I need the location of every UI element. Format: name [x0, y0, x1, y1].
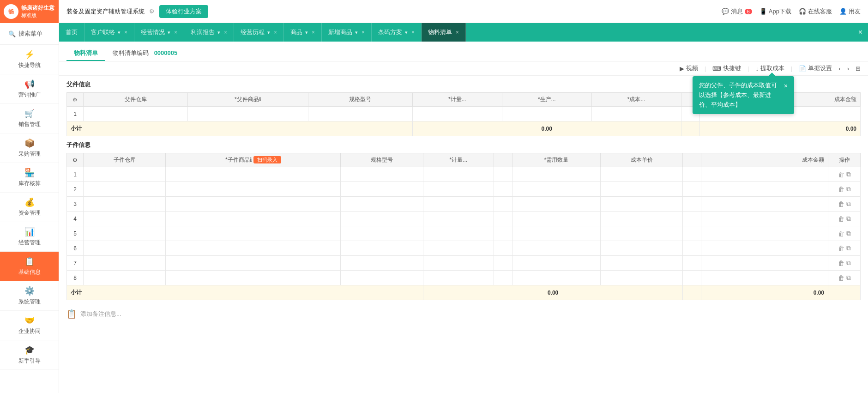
parent-spec-cell[interactable] — [308, 107, 412, 121]
parent-warehouse-cell[interactable] — [84, 107, 188, 121]
video-button[interactable]: ▶ 视频 — [680, 64, 698, 73]
sidebar-item-finance[interactable]: 💰 资金管理 — [0, 193, 59, 222]
nav-tab-business[interactable]: 经营情况 ▾ × — [134, 23, 184, 42]
sidebar-item-basicinfo[interactable]: 📋 基础信息 — [0, 252, 59, 281]
nav-tab-barcode[interactable]: 条码方案 ▾ × — [372, 23, 422, 42]
child-warehouse-cell[interactable] — [84, 226, 166, 241]
child-unit-cell[interactable] — [423, 197, 494, 212]
copy-icon[interactable]: ⧉ — [846, 170, 851, 178]
nav-tab-history[interactable]: 经营历程 ▾ × — [234, 23, 284, 42]
parent-product-cell[interactable] — [188, 107, 308, 121]
user-menu-button[interactable]: 👤 用友 — [839, 7, 861, 16]
child-price-cell[interactable] — [600, 167, 682, 182]
nav-tab-home[interactable]: 首页 — [59, 23, 84, 42]
child-unit-cell[interactable] — [423, 167, 494, 182]
child-product-cell[interactable] — [166, 197, 341, 212]
close-all-button[interactable]: × — [853, 28, 868, 36]
close-icon[interactable]: × — [312, 29, 315, 36]
copy-icon[interactable]: ⧉ — [846, 215, 851, 223]
copy-icon[interactable]: ⧉ — [846, 274, 851, 282]
sidebar-item-collab[interactable]: 🤝 企业协同 — [0, 311, 59, 340]
child-warehouse-cell[interactable] — [84, 256, 166, 271]
nav-tab-customer[interactable]: 客户联络 ▾ × — [84, 23, 134, 42]
child-unit-cell[interactable] — [423, 182, 494, 197]
child-qty-cell[interactable] — [512, 226, 600, 241]
nav-prev-button[interactable]: ‹ — [838, 65, 840, 72]
delete-icon[interactable]: 🗑 — [838, 186, 844, 193]
sub-tab-bom[interactable]: 物料清单 — [66, 46, 105, 61]
settings-icon[interactable]: ⚙ — [149, 8, 155, 15]
sub-tab-bom-code[interactable]: 物料清单编码 0000005 — [105, 46, 185, 61]
child-spec-cell[interactable] — [341, 241, 423, 256]
child-unit-cell[interactable] — [423, 271, 494, 285]
sidebar-item-marketing[interactable]: 📢 营销推广 — [0, 74, 59, 104]
delete-icon[interactable]: 🗑 — [838, 215, 844, 223]
tooltip-close-button[interactable]: × — [784, 81, 788, 91]
child-price-cell[interactable] — [600, 241, 682, 256]
app-download-button[interactable]: 📱 App下载 — [760, 7, 791, 16]
parent-unit-cell[interactable] — [412, 107, 502, 121]
nav-tab-bom[interactable]: 物料清单 × — [422, 23, 466, 42]
sidebar-item-newguide[interactable]: 🎓 新手引导 — [0, 340, 59, 370]
nav-next-button[interactable]: › — [847, 65, 849, 72]
parent-production-cell[interactable] — [502, 107, 591, 121]
copy-icon[interactable]: ⧉ — [846, 244, 851, 252]
message-button[interactable]: 💬 消息 6 — [722, 7, 752, 16]
delete-icon[interactable]: 🗑 — [838, 274, 844, 282]
single-settings-button[interactable]: 📄 单据设置 — [799, 64, 832, 73]
child-qty-cell[interactable] — [512, 182, 600, 197]
child-product-cell[interactable] — [166, 271, 341, 285]
sidebar-item-system[interactable]: ⚙️ 系统管理 — [0, 281, 59, 311]
child-unit-cell[interactable] — [423, 226, 494, 241]
parent-col-settings[interactable]: ⚙ — [67, 93, 84, 107]
close-icon[interactable]: × — [362, 29, 365, 36]
child-qty-cell[interactable] — [512, 256, 600, 271]
child-product-cell[interactable] — [166, 182, 341, 197]
copy-icon[interactable]: ⧉ — [846, 185, 851, 193]
nav-tab-profit[interactable]: 利润报告 ▾ × — [184, 23, 234, 42]
parent-cost-cell[interactable] — [591, 107, 681, 121]
delete-icon[interactable]: 🗑 — [838, 245, 844, 252]
copy-icon[interactable]: ⧉ — [846, 259, 851, 267]
child-warehouse-cell[interactable] — [84, 197, 166, 212]
child-warehouse-cell[interactable] — [84, 182, 166, 197]
child-warehouse-cell[interactable] — [84, 241, 166, 256]
child-spec-cell[interactable] — [341, 167, 423, 182]
sidebar-item-sales[interactable]: 🛒 销售管理 — [0, 104, 59, 133]
child-warehouse-cell[interactable] — [84, 167, 166, 182]
child-price-cell[interactable] — [600, 197, 682, 212]
close-icon[interactable]: × — [224, 29, 227, 36]
child-price-cell[interactable] — [600, 212, 682, 226]
child-unit-cell[interactable] — [423, 212, 494, 226]
child-product-cell[interactable] — [166, 212, 341, 226]
close-icon[interactable]: × — [411, 29, 415, 36]
shortcut-button[interactable]: ⌨ 快捷键 — [712, 64, 741, 73]
child-qty-cell[interactable] — [512, 197, 600, 212]
child-spec-cell[interactable] — [341, 182, 423, 197]
child-price-cell[interactable] — [600, 226, 682, 241]
close-icon[interactable]: × — [274, 29, 277, 36]
delete-icon[interactable]: 🗑 — [838, 171, 844, 178]
sidebar-search[interactable]: 🔍 搜索菜单 — [0, 23, 59, 45]
child-spec-cell[interactable] — [341, 271, 423, 285]
child-product-cell[interactable] — [166, 256, 341, 271]
child-warehouse-cell[interactable] — [84, 212, 166, 226]
child-warehouse-cell[interactable] — [84, 271, 166, 285]
sidebar-item-quicknav[interactable]: ⚡ 快捷导航 — [0, 45, 59, 74]
sidebar-item-purchase[interactable]: 📦 采购管理 — [0, 133, 59, 163]
child-price-cell[interactable] — [600, 256, 682, 271]
child-price-cell[interactable] — [600, 182, 682, 197]
child-unit-cell[interactable] — [423, 241, 494, 256]
sidebar-item-inventory[interactable]: 🏪 库存核算 — [0, 163, 59, 193]
grid-view-button[interactable]: ⊞ — [856, 65, 861, 72]
child-spec-cell[interactable] — [341, 226, 423, 241]
child-unit-cell[interactable] — [423, 256, 494, 271]
nav-tab-product[interactable]: 商品 ▾ × — [284, 23, 322, 42]
child-product-cell[interactable] — [166, 241, 341, 256]
nav-tab-newproduct[interactable]: 新增商品 ▾ × — [322, 23, 372, 42]
copy-icon[interactable]: ⧉ — [846, 230, 851, 237]
close-icon[interactable]: × — [174, 29, 177, 36]
search-button[interactable]: 🔍 搜索菜单 — [4, 27, 55, 41]
trial-button[interactable]: 体验行业方案 — [159, 5, 208, 18]
child-product-cell[interactable] — [166, 167, 341, 182]
